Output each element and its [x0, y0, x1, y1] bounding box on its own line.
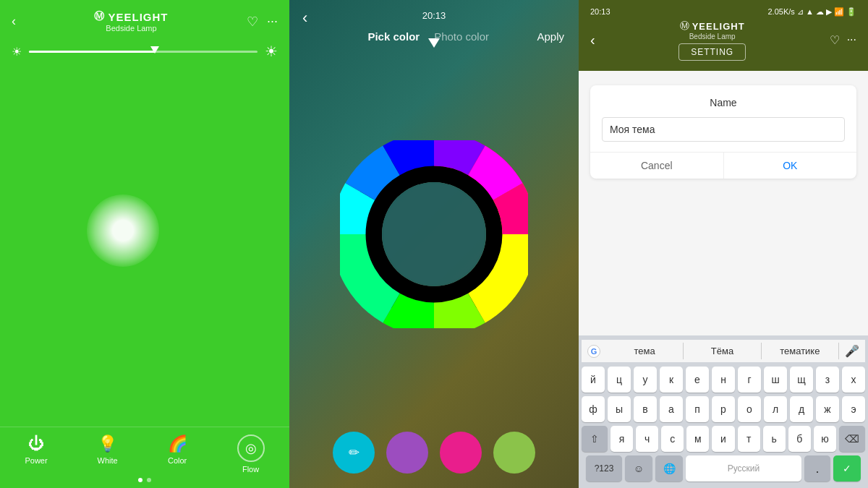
panel2-back-button[interactable]: ‹ — [302, 9, 307, 27]
panel3-more-icon[interactable]: ··· — [847, 33, 856, 47]
name-dialog-panel: 20:13 2.05K/s ⊿ ▲ ☁ ▶ 📶 🔋 ‹ Ⓜ YEELIGHT B… — [579, 0, 868, 488]
brightness-high-icon: ☀ — [265, 43, 278, 60]
apply-button[interactable]: Apply — [537, 30, 564, 43]
key-ч[interactable]: ч — [636, 426, 658, 452]
key-н[interactable]: н — [712, 367, 735, 393]
key-ж[interactable]: ж — [816, 396, 839, 422]
key-э[interactable]: э — [842, 396, 865, 422]
back-button[interactable]: ‹ — [12, 14, 16, 29]
emoji-key[interactable]: ☺ — [625, 455, 652, 481]
panel3-brand: Ⓜ YEELIGHT Bedside Lamp SETTING — [678, 20, 746, 61]
key-р[interactable]: р — [712, 396, 735, 422]
key-з[interactable]: з — [816, 367, 839, 393]
cancel-button[interactable]: Cancel — [590, 153, 723, 179]
space-key[interactable]: Русский — [686, 455, 801, 481]
key-б[interactable]: б — [788, 426, 811, 452]
lamp-preview — [0, 63, 289, 427]
color-wheel[interactable] — [340, 140, 528, 328]
edit-icon: ✏ — [349, 445, 359, 461]
tab-color[interactable]: 🌈 Color — [168, 435, 187, 474]
google-logo: G — [587, 345, 600, 358]
tab-power-label: Power — [25, 456, 47, 465]
panel3-device-subtitle: Bedside Lamp — [689, 33, 736, 40]
mode-tabs: ⏻ Power 💡 White 🌈 Color ◎ Flow — [0, 427, 289, 478]
key-г[interactable]: г — [738, 367, 761, 393]
swatch-edit[interactable]: ✏ — [333, 432, 375, 474]
key-д[interactable]: д — [790, 396, 813, 422]
key-м[interactable]: м — [686, 426, 709, 452]
key-у[interactable]: у — [634, 367, 657, 393]
key-и[interactable]: и — [712, 426, 734, 452]
mic-icon[interactable]: 🎤 — [839, 343, 865, 359]
more-menu-button[interactable]: ··· — [267, 14, 278, 30]
panel3-heart-icon[interactable]: ♡ — [830, 33, 840, 47]
svg-point-6 — [383, 184, 485, 285]
tab-photo-color[interactable]: Photo color — [434, 30, 489, 43]
dot-2 — [147, 478, 151, 482]
key-ю[interactable]: ю — [814, 426, 836, 452]
key-ш[interactable]: ш — [764, 367, 787, 393]
power-icon: ⏻ — [28, 435, 44, 453]
key-а[interactable]: а — [660, 396, 683, 422]
keyboard-row-2: ф ы в а п р о л д ж э — [582, 396, 865, 422]
panel3-header: 20:13 2.05K/s ⊿ ▲ ☁ ▶ 📶 🔋 ‹ Ⓜ YEELIGHT B… — [579, 0, 868, 71]
numbers-key[interactable]: ?123 — [586, 455, 622, 481]
key-в[interactable]: в — [634, 396, 657, 422]
name-input[interactable] — [602, 117, 845, 142]
setting-button[interactable]: SETTING — [678, 43, 746, 61]
color-wheel-area[interactable] — [289, 48, 579, 420]
key-л[interactable]: л — [764, 396, 787, 422]
key-с[interactable]: с — [661, 426, 684, 452]
swatch-purple[interactable] — [386, 432, 428, 474]
period-key[interactable]: . — [804, 455, 830, 481]
suggestion-1[interactable]: тема — [606, 343, 684, 359]
panel3-back-button[interactable]: ‹ — [590, 32, 595, 48]
tab-flow-label: Flow — [242, 465, 259, 474]
key-ы[interactable]: ы — [608, 396, 631, 422]
tab-white[interactable]: 💡 White — [98, 435, 118, 474]
brightness-thumb — [150, 46, 159, 53]
keyboard-row-3: ⇧ я ч с м и т ь б ю ⌫ — [582, 426, 865, 452]
key-я[interactable]: я — [610, 426, 633, 452]
lamp-control-panel: ‹ Ⓜ YEELIGHT Bedside Lamp ♡ ··· ☀ ☀ ⏻ Po… — [0, 0, 289, 488]
swatch-green[interactable] — [493, 432, 535, 474]
keyboard-row-1: й ц у к е н г ш щ з х — [582, 367, 865, 393]
tab-power[interactable]: ⏻ Power — [25, 435, 47, 474]
key-о[interactable]: о — [738, 396, 761, 422]
key-ф[interactable]: ф — [582, 396, 605, 422]
key-е[interactable]: е — [686, 367, 709, 393]
enter-key[interactable]: ✓ — [833, 455, 861, 481]
suggestion-3[interactable]: тематике — [762, 343, 839, 359]
language-key[interactable]: 🌐 — [655, 455, 683, 481]
key-к[interactable]: к — [660, 367, 683, 393]
google-suggestions: G — [582, 343, 606, 359]
key-щ[interactable]: щ — [790, 367, 813, 393]
shift-key[interactable]: ⇧ — [582, 426, 608, 452]
key-п[interactable]: п — [686, 396, 709, 422]
brightness-slider[interactable] — [29, 51, 258, 53]
page-dots — [0, 478, 289, 488]
tab-pick-color[interactable]: Pick color — [367, 30, 420, 43]
panel2-time: 20:13 — [422, 10, 446, 21]
keyboard-row-4: ?123 ☺ 🌐 Русский . ✓ — [582, 455, 865, 481]
color-picker-panel: ‹ 20:13 Pick color Photo color Apply — [289, 0, 579, 488]
swatch-pink[interactable] — [440, 432, 482, 474]
panel3-logo-icon: Ⓜ — [680, 20, 689, 33]
keyboard-suggestions: G тема Тёма тематике 🎤 — [582, 340, 865, 362]
dialog-buttons: Cancel OK — [590, 152, 856, 179]
backspace-key[interactable]: ⌫ — [839, 426, 865, 452]
key-х[interactable]: х — [842, 367, 865, 393]
panel3-signal: 2.05K/s ⊿ ▲ ☁ ▶ 📶 🔋 — [767, 7, 856, 17]
key-ь[interactable]: ь — [763, 426, 786, 452]
key-т[interactable]: т — [738, 426, 760, 452]
favorite-button[interactable]: ♡ — [247, 14, 258, 30]
tab-white-label: White — [98, 456, 118, 465]
name-dialog: Name Cancel OK — [590, 85, 856, 179]
key-ц[interactable]: ц — [608, 367, 631, 393]
dialog-area: Name Cancel OK — [579, 71, 868, 335]
key-й[interactable]: й — [582, 367, 605, 393]
ok-button[interactable]: OK — [723, 153, 857, 179]
brand-name: YEELIGHT — [108, 11, 168, 23]
tab-flow[interactable]: ◎ Flow — [237, 435, 265, 474]
suggestion-2[interactable]: Тёма — [684, 343, 761, 359]
